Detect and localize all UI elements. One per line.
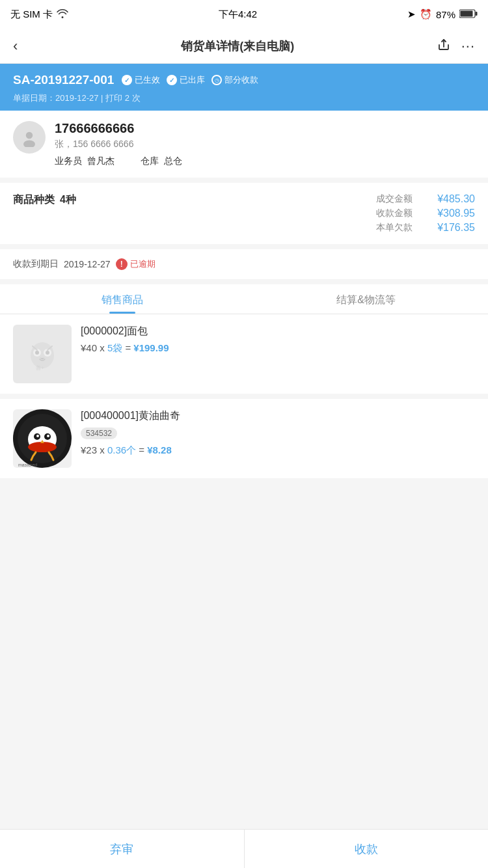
list-item: mastered [000400001]黄油曲奇 534532 ¥23 x 0.… — [0, 399, 488, 478]
customer-avatar — [13, 121, 46, 154]
svg-rect-1 — [476, 12, 478, 16]
due-section: 收款到期日 2019-12-27 ! 已逾期 — [0, 249, 488, 284]
status-activated: ✓ 已生效 — [122, 74, 160, 86]
product-sku-badge: 534532 — [81, 427, 117, 439]
tab-products[interactable]: 销售商品 — [0, 284, 244, 314]
overdue-text: 已逾期 — [130, 258, 156, 270]
staff-label: 业务员 曾凡杰 — [55, 156, 115, 167]
svg-point-16 — [28, 442, 57, 452]
product-name-1: [0000002]面包 — [81, 325, 475, 338]
svg-rect-2 — [461, 10, 473, 16]
product-price-1: ¥40 x 5袋 = ¥199.99 — [81, 342, 475, 355]
product-info-1: [0000002]面包 ¥40 x 5袋 = ¥199.99 — [81, 325, 475, 355]
svg-text:mastered: mastered — [18, 463, 37, 467]
status-shipped: ✓ 已出库 — [167, 74, 205, 86]
status-time: 下午4:42 — [219, 8, 257, 21]
status-bar: 无 SIM 卡 下午4:42 ➤ ⏰ 87% — [0, 0, 488, 29]
check-icon-2: ✓ — [167, 75, 177, 85]
deal-amount-row: 成交金额 ¥485.30 — [376, 193, 475, 205]
received-amount-value: ¥308.95 — [423, 208, 475, 219]
more-icon[interactable]: ··· — [461, 38, 475, 55]
order-banner: SA-20191227-001 ✓ 已生效 ✓ 已出库 ◷ 部分收款 单据日期：… — [0, 64, 488, 111]
order-date-info: 单据日期：2019-12-27 | 打印 2 次 — [13, 92, 475, 104]
customer-meta: 业务员 曾凡杰 仓库 总仓 — [55, 156, 475, 167]
staff-name: 曾凡杰 — [87, 156, 115, 166]
back-button[interactable]: ‹ — [13, 38, 39, 55]
customer-section: 17666666666 张，156 6666 6666 业务员 曾凡杰 仓库 总… — [0, 111, 488, 183]
svg-point-19 — [36, 435, 39, 437]
product-name-2: [000400001]黄油曲奇 — [81, 409, 475, 423]
cancel-button[interactable]: 弃审 — [0, 830, 244, 868]
list-item: 善+ [0000002]面包 ¥40 x 5袋 = ¥199.99 — [0, 314, 488, 394]
status-partial-payment: ◷ 部分收款 — [211, 74, 258, 86]
warehouse-name: 总仓 — [164, 156, 182, 166]
amount-info: 成交金额 ¥485.30 收款金额 ¥308.95 本单欠款 ¥176.35 — [376, 193, 475, 234]
bottom-bar: 弃审 收款 — [0, 829, 488, 868]
share-icon[interactable] — [437, 38, 451, 55]
debt-label: 本单欠款 — [376, 222, 413, 234]
overdue-icon: ! — [116, 258, 128, 270]
svg-point-11 — [46, 351, 49, 355]
due-date-label: 收款到期日 — [13, 258, 59, 270]
svg-text:善+: 善+ — [36, 365, 44, 371]
debt-row: 本单欠款 ¥176.35 — [376, 222, 475, 234]
tab-settlement[interactable]: 结算&物流等 — [244, 284, 488, 314]
order-id: SA-20191227-001 — [13, 73, 114, 87]
overdue-badge: ! 已逾期 — [116, 258, 156, 270]
category-label: 商品种类 — [13, 193, 55, 207]
product-price-2: ¥23 x 0.36个 = ¥8.28 — [81, 444, 475, 457]
received-amount-label: 收款金额 — [376, 208, 413, 219]
nav-bar: ‹ 销货单详情(来自电脑) ··· — [0, 29, 488, 64]
status-tags: ✓ 已生效 ✓ 已出库 ◷ 部分收款 — [122, 74, 258, 86]
product-info-2: [000400001]黄油曲奇 534532 ¥23 x 0.36个 = ¥8.… — [81, 409, 475, 457]
svg-point-10 — [35, 351, 39, 355]
status-right: ➤ ⏰ 87% — [407, 8, 478, 20]
product-list: 善+ [0000002]面包 ¥40 x 5袋 = ¥199.99 — [0, 314, 488, 529]
deal-amount-value: ¥485.30 — [423, 193, 475, 205]
confirm-button[interactable]: 收款 — [244, 830, 489, 868]
svg-point-7 — [31, 342, 54, 368]
clock-icon: ◷ — [211, 75, 222, 85]
page-title: 销货单详情(来自电脑) — [39, 38, 437, 54]
warehouse-label: 仓库 总仓 — [141, 156, 182, 167]
category-info: 商品种类 4种 — [13, 193, 76, 207]
status-left: 无 SIM 卡 — [10, 8, 68, 21]
nav-actions: ··· — [437, 38, 475, 55]
customer-phone: 17666666666 — [55, 121, 475, 136]
customer-info: 17666666666 张，156 6666 6666 业务员 曾凡杰 仓库 总… — [55, 121, 475, 167]
product-thumbnail-2: mastered — [13, 409, 72, 468]
battery-icon — [459, 9, 478, 20]
summary-section: 商品种类 4种 成交金额 ¥485.30 收款金额 ¥308.95 本单欠款 ¥… — [0, 183, 488, 249]
svg-point-5 — [26, 132, 33, 139]
received-amount-row: 收款金额 ¥308.95 — [376, 208, 475, 219]
category-count: 4种 — [60, 193, 76, 207]
alarm-icon: ⏰ — [420, 8, 432, 20]
due-date-value: 2019-12-27 — [64, 259, 111, 269]
customer-name: 张，156 6666 6666 — [55, 139, 475, 150]
debt-value: ¥176.35 — [423, 222, 475, 234]
battery-text: 87% — [436, 9, 455, 20]
product-thumbnail-1: 善+ — [13, 325, 72, 383]
location-icon: ➤ — [407, 8, 416, 20]
wifi-icon — [57, 9, 68, 20]
tabs-section: 销售商品 结算&物流等 — [0, 284, 488, 314]
deal-amount-label: 成交金额 — [376, 193, 413, 205]
svg-point-20 — [47, 435, 49, 437]
check-icon-1: ✓ — [122, 75, 132, 85]
carrier-text: 无 SIM 卡 — [10, 8, 53, 21]
